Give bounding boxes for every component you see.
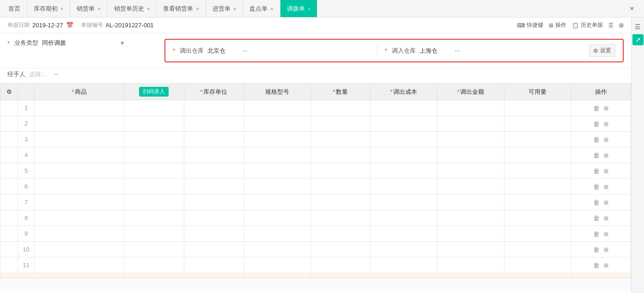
row-unit[interactable] xyxy=(184,257,243,273)
tab-sales-order[interactable]: 销货单 × xyxy=(70,0,107,17)
row-qty[interactable] xyxy=(310,195,370,210)
tab-stocktake-close[interactable]: × xyxy=(270,6,273,12)
row-product[interactable] xyxy=(35,132,124,147)
tab-inventory-init-close[interactable]: × xyxy=(61,6,63,12)
delete-row-icon[interactable]: 🗑 xyxy=(593,120,600,128)
row-product[interactable] xyxy=(35,100,124,116)
copy-row-icon[interactable]: ⊕ xyxy=(603,246,609,253)
row-amount[interactable] xyxy=(437,226,504,242)
row-qty[interactable] xyxy=(310,179,370,195)
row-qty[interactable] xyxy=(310,210,370,226)
row-unit[interactable] xyxy=(184,242,243,257)
row-product[interactable] xyxy=(35,242,124,257)
row-product[interactable] xyxy=(35,226,124,242)
tab-sales-history[interactable]: 销货单历史 × xyxy=(108,0,157,17)
row-product[interactable] xyxy=(35,195,124,210)
copy-row-icon[interactable]: ⊕ xyxy=(603,152,609,159)
row-qty[interactable] xyxy=(310,100,370,116)
row-amount[interactable] xyxy=(437,163,504,179)
tab-view-sales[interactable]: 查看销货单 × xyxy=(157,0,206,17)
delete-row-icon[interactable]: 🗑 xyxy=(593,199,600,206)
row-amount[interactable] xyxy=(437,116,504,132)
sidebar-expand-icon[interactable]: ↗ xyxy=(632,34,644,45)
delete-row-icon[interactable]: 🗑 xyxy=(593,183,600,190)
copy-row-icon[interactable]: ⊕ xyxy=(603,230,609,238)
row-qty[interactable] xyxy=(310,257,370,273)
delete-row-icon[interactable]: 🗑 xyxy=(593,104,600,112)
row-spec[interactable] xyxy=(243,242,310,257)
business-type-dropdown[interactable]: 同价调拨 ▼ xyxy=(42,39,125,47)
row-product[interactable] xyxy=(35,147,124,163)
row-unit[interactable] xyxy=(184,210,243,226)
row-spec[interactable] xyxy=(243,132,310,147)
tab-sales-history-close[interactable]: × xyxy=(147,6,150,12)
row-amount[interactable] xyxy=(437,195,504,210)
copy-row-icon[interactable]: ⊕ xyxy=(603,183,609,190)
row-spec[interactable] xyxy=(243,226,310,242)
window-close-button[interactable]: × xyxy=(626,2,638,15)
row-spec[interactable] xyxy=(243,179,310,195)
tab-view-sales-close[interactable]: × xyxy=(196,6,199,12)
tab-transfer-close[interactable]: × xyxy=(308,6,310,12)
row-cost[interactable] xyxy=(370,132,437,147)
layout2-button[interactable]: ⊞ xyxy=(619,22,624,29)
out-warehouse-more-button[interactable]: ··· xyxy=(243,47,247,55)
row-unit[interactable] xyxy=(184,226,243,242)
tab-transfer[interactable]: 调拨单 × xyxy=(280,0,317,17)
in-warehouse-more-button[interactable]: ··· xyxy=(455,47,459,55)
row-amount[interactable] xyxy=(437,132,504,147)
col-scan-header[interactable]: 扫码录入 xyxy=(124,84,184,100)
operations-button[interactable]: ⊞ 操作 xyxy=(549,21,566,29)
copy-row-icon[interactable]: ⊕ xyxy=(603,262,609,269)
tab-inventory-init[interactable]: 库存期初 × xyxy=(27,0,70,17)
col-settings-header[interactable]: ⚙ xyxy=(0,84,18,100)
copy-row-icon[interactable]: ⊕ xyxy=(603,136,609,143)
row-cost[interactable] xyxy=(370,257,437,273)
tab-purchase-close[interactable]: × xyxy=(233,6,236,12)
handler-more-button[interactable]: ··· xyxy=(54,70,58,79)
row-spec[interactable] xyxy=(243,100,310,116)
row-unit[interactable] xyxy=(184,116,243,132)
row-cost[interactable] xyxy=(370,100,437,116)
row-cost[interactable] xyxy=(370,116,437,132)
row-cost[interactable] xyxy=(370,179,437,195)
tab-purchase[interactable]: 进货单 × xyxy=(206,0,243,17)
row-amount[interactable] xyxy=(437,147,504,163)
row-spec[interactable] xyxy=(243,195,310,210)
row-qty[interactable] xyxy=(310,132,370,147)
copy-row-icon[interactable]: ⊕ xyxy=(603,167,609,175)
row-spec[interactable] xyxy=(243,147,310,163)
row-cost[interactable] xyxy=(370,195,437,210)
row-product[interactable] xyxy=(35,116,124,132)
row-unit[interactable] xyxy=(184,100,243,116)
row-qty[interactable] xyxy=(310,163,370,179)
row-spec[interactable] xyxy=(243,116,310,132)
tab-stocktake[interactable]: 盘点单 × xyxy=(243,0,280,17)
delete-row-icon[interactable]: 🗑 xyxy=(593,136,600,143)
row-unit[interactable] xyxy=(184,147,243,163)
row-product[interactable] xyxy=(35,210,124,226)
row-cost[interactable] xyxy=(370,210,437,226)
row-cost[interactable] xyxy=(370,147,437,163)
row-spec[interactable] xyxy=(243,210,310,226)
subtotal-copy-icon[interactable]: ⊕ xyxy=(603,277,609,278)
row-spec[interactable] xyxy=(243,257,310,273)
delete-row-icon[interactable]: 🗑 xyxy=(593,246,600,253)
row-unit[interactable] xyxy=(184,132,243,147)
sidebar-list-icon[interactable]: ☰ xyxy=(632,21,644,32)
delete-row-icon[interactable]: 🗑 xyxy=(593,152,600,159)
row-cost[interactable] xyxy=(370,163,437,179)
row-unit[interactable] xyxy=(184,195,243,210)
row-qty[interactable] xyxy=(310,116,370,132)
layout1-button[interactable]: ☰ xyxy=(608,22,614,29)
row-unit[interactable] xyxy=(184,179,243,195)
row-qty[interactable] xyxy=(310,147,370,163)
settings-button[interactable]: ⚙ 设置 xyxy=(589,44,615,57)
copy-row-icon[interactable]: ⊕ xyxy=(603,120,609,128)
delete-row-icon[interactable]: 🗑 xyxy=(593,262,600,269)
handler-select[interactable]: 选择... xyxy=(29,70,46,79)
row-qty[interactable] xyxy=(310,226,370,242)
row-amount[interactable] xyxy=(437,257,504,273)
tab-sales-order-close[interactable]: × xyxy=(97,6,100,12)
copy-row-icon[interactable]: ⊕ xyxy=(603,214,609,222)
